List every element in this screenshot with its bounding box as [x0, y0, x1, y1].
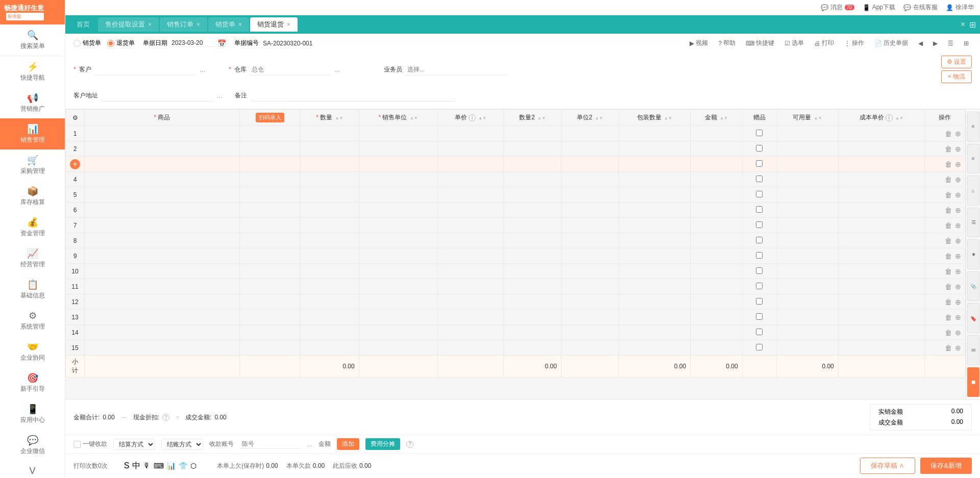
row-3-quantity[interactable] [301, 157, 359, 172]
online-service-action[interactable]: 💬 在线客服 [903, 3, 938, 12]
right-btn-5[interactable]: ★ [967, 239, 979, 269]
row-3-available[interactable] [776, 157, 838, 172]
dots-account[interactable]: ... [307, 441, 312, 448]
right-btn-8[interactable]: ✉ [967, 335, 979, 365]
row-2-pack[interactable] [619, 141, 691, 157]
available-sort-icon[interactable]: ▲▼ [814, 116, 822, 120]
row-3-cost[interactable] [838, 157, 924, 172]
sidebar-item-enterprise[interactable]: 🤝 企业协同 [0, 336, 65, 367]
sidebar-item-operations[interactable]: 📈 经营管理 [0, 243, 65, 274]
warehouse-input[interactable] [250, 63, 331, 76]
sidebar-item-sales[interactable]: 📊 销售管理 [0, 118, 65, 149]
quantity-sort-icon[interactable]: ▲▼ [335, 116, 344, 120]
row-1-product[interactable] [85, 126, 240, 141]
row-1-unit2[interactable] [561, 126, 618, 141]
expense-question-icon[interactable]: ? [406, 441, 413, 448]
delete-icon[interactable]: 🗑 [945, 298, 952, 306]
warehouse-dots-btn[interactable]: ... [334, 65, 340, 73]
copy-icon[interactable]: ⊕ [955, 329, 961, 337]
right-btn-3[interactable]: ⌂ [967, 175, 979, 206]
expense-split-button[interactable]: 费用分摊 [365, 438, 400, 450]
tab-sales-order-close[interactable]: × [197, 21, 200, 28]
delete-icon[interactable]: 🗑 [945, 252, 952, 260]
customer-input[interactable] [94, 63, 197, 76]
row-1-cost[interactable] [838, 126, 924, 141]
shortcut-btn[interactable]: ⌨ 快捷键 [743, 38, 777, 48]
pack-qty-sort-icon[interactable]: ▲▼ [664, 116, 672, 120]
select-btn[interactable]: ☑ 选单 [781, 38, 807, 48]
operation-btn[interactable]: ⋮ 操作 [841, 38, 867, 48]
address-dots-btn[interactable]: ... [216, 91, 223, 99]
row-2-quantity[interactable] [301, 141, 359, 157]
unit2-sort-icon[interactable]: ▲▼ [595, 116, 603, 120]
add-row-button[interactable]: + [70, 159, 80, 169]
settings-btn[interactable]: ⚙ 设置 [941, 56, 972, 68]
tab-price-setting[interactable]: 售价提取设置 × [98, 17, 159, 32]
delete-icon[interactable]: 🗑 [945, 267, 952, 275]
row-2-gift[interactable] [742, 141, 776, 157]
delete-icon[interactable]: 🗑 [945, 175, 952, 184]
row-3-amount[interactable] [691, 157, 743, 172]
right-btn-9[interactable]: ◼ [967, 367, 979, 397]
bottom-icon-6[interactable]: 👕 [179, 462, 187, 470]
bottom-icon-5[interactable]: 📊 [167, 462, 176, 470]
bottom-icon-7[interactable]: ⬡ [190, 462, 197, 470]
tab-sales-order[interactable]: 销售订单 × [160, 17, 207, 32]
copy-icon[interactable]: ⊕ [955, 267, 961, 275]
copy-icon[interactable]: ⊕ [955, 221, 961, 230]
delete-icon[interactable]: 🗑 [945, 344, 952, 352]
delete-icon[interactable]: 🗑 [945, 313, 952, 321]
save-new-button[interactable]: 保存&新增 [920, 458, 972, 474]
tab-sales-return[interactable]: 销货退货 × [250, 17, 298, 32]
row-3-unit[interactable] [359, 157, 437, 172]
account-input[interactable] [240, 439, 301, 449]
tab-sales-return-close[interactable]: × [287, 21, 290, 28]
copy-icon[interactable]: ⊕ [955, 191, 961, 199]
qty2-sort-icon[interactable]: ▲▼ [537, 116, 546, 120]
tab-close-all[interactable]: × [961, 20, 965, 29]
sidebar-item-marketing[interactable]: 📢 营销推广 [0, 87, 65, 118]
th-settings[interactable]: ⚙ [66, 110, 85, 126]
unit-price-info-icon[interactable]: i [469, 114, 476, 121]
delete-icon[interactable]: 🗑 [945, 191, 952, 199]
row-2-price[interactable] [437, 141, 504, 157]
customer-dots-btn[interactable]: ... [200, 65, 206, 73]
payment-checkbox[interactable] [74, 441, 81, 448]
logistics-btn[interactable]: + 物流 [941, 70, 972, 83]
row-2-available[interactable] [776, 141, 838, 157]
copy-icon[interactable]: ⊕ [955, 175, 961, 184]
calendar-icon[interactable]: 📅 [217, 39, 226, 47]
row-2-unit[interactable] [359, 141, 437, 157]
row-2-product[interactable] [85, 141, 240, 157]
user-action[interactable]: 👤 徐泽华 [946, 3, 974, 12]
row-1-qty2[interactable] [504, 126, 561, 141]
row-2-copy-icon[interactable]: ⊕ [955, 145, 961, 153]
bottom-icon-1[interactable]: S [124, 461, 130, 470]
tab-expand[interactable]: ⊞ [969, 20, 976, 30]
row-1-available[interactable] [776, 126, 838, 141]
right-btn-4[interactable]: ☰ [967, 208, 979, 238]
sidebar-item-member[interactable]: V 畅会员 [0, 461, 65, 478]
sidebar-item-finance[interactable]: 💰 资金管理 [0, 212, 65, 243]
unit-price-sort-icon[interactable]: ▲▼ [478, 116, 486, 120]
discount-question-icon[interactable]: ? [162, 414, 169, 421]
add-payment-button[interactable]: 添加 [337, 438, 359, 450]
right-btn-1[interactable]: ≡ [967, 112, 979, 142]
row-3-qty2[interactable] [504, 157, 561, 172]
right-btn-2[interactable]: ≡ [967, 144, 979, 174]
copy-icon[interactable]: ⊕ [955, 237, 961, 245]
row-1-copy-icon[interactable]: ⊕ [955, 130, 961, 138]
history-btn[interactable]: 📄 历史单据 [871, 38, 911, 48]
bottom-icon-2[interactable]: 中 [132, 461, 140, 471]
sidebar-item-inventory[interactable]: 📦 库存核算 [0, 181, 65, 212]
right-btn-7[interactable]: 🔖 [967, 303, 979, 333]
delete-icon[interactable]: 🗑 [945, 206, 952, 214]
copy-icon[interactable]: ⊕ [955, 283, 961, 291]
accounting-select[interactable]: 结账方式 [161, 439, 203, 450]
row-2-delete-icon[interactable]: 🗑 [945, 145, 952, 153]
row-2-cost[interactable] [838, 141, 924, 157]
row-3-product[interactable] [85, 157, 240, 172]
sidebar-item-guide[interactable]: 🎯 新手引导 [0, 367, 65, 398]
tab-home[interactable]: 首页 [69, 17, 97, 32]
save-draft-button[interactable]: 保存草稿 ∧ [860, 458, 916, 474]
